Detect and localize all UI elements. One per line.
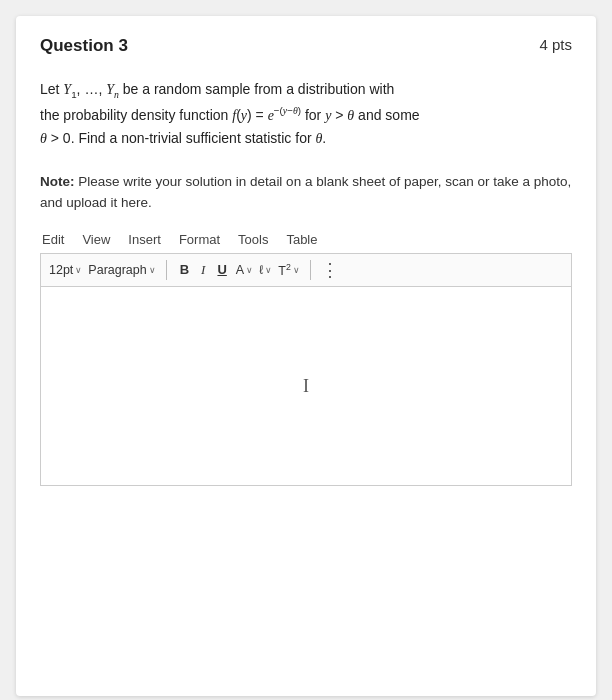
highlight-value: ℓ xyxy=(259,263,263,277)
toolbar-divider-1 xyxy=(166,260,167,280)
superscript-select[interactable]: T2 ∨ xyxy=(278,262,300,278)
note-section: Note: Please write your solution in deta… xyxy=(40,172,572,214)
note-text: Please write your solution in detail on … xyxy=(40,174,571,210)
menu-edit[interactable]: Edit xyxy=(42,232,64,247)
menu-format[interactable]: Format xyxy=(179,232,220,247)
menu-insert[interactable]: Insert xyxy=(128,232,161,247)
paragraph-value: Paragraph xyxy=(88,263,146,277)
question-line1: Let Y1, …, Yn be a random sample from a … xyxy=(40,81,394,97)
superscript-value: T2 xyxy=(278,262,291,278)
font-color-caret: ∨ xyxy=(246,265,253,275)
italic-button[interactable]: I xyxy=(198,261,208,279)
superscript-caret: ∨ xyxy=(293,265,300,275)
font-color-select[interactable]: A ∨ xyxy=(236,263,253,277)
font-size-caret: ∨ xyxy=(75,265,82,275)
highlight-select[interactable]: ℓ ∨ xyxy=(259,263,272,277)
highlight-caret: ∨ xyxy=(265,265,272,275)
bold-button[interactable]: B xyxy=(177,261,192,278)
question-body: Let Y1, …, Yn be a random sample from a … xyxy=(40,78,572,150)
underline-button[interactable]: U xyxy=(214,261,229,278)
more-options-button[interactable]: ⋮ xyxy=(321,259,340,281)
paragraph-caret: ∨ xyxy=(149,265,156,275)
question-title: Question 3 xyxy=(40,36,128,56)
menu-table[interactable]: Table xyxy=(286,232,317,247)
paragraph-select[interactable]: Paragraph ∨ xyxy=(88,263,155,277)
menu-view[interactable]: View xyxy=(82,232,110,247)
editor-toolbar: 12pt ∨ Paragraph ∨ B I U A ∨ ℓ ∨ T2 ∨ ⋮ xyxy=(40,253,572,286)
text-cursor: I xyxy=(303,375,309,396)
page-container: Question 3 4 pts Let Y1, …, Yn be a rand… xyxy=(16,16,596,696)
pts-label: 4 pts xyxy=(539,36,572,53)
toolbar-divider-2 xyxy=(310,260,311,280)
font-size-value: 12pt xyxy=(49,263,73,277)
question-line2: the probability density function f(y) = … xyxy=(40,107,420,123)
question-header: Question 3 4 pts xyxy=(40,36,572,56)
font-size-select[interactable]: 12pt ∨ xyxy=(49,263,82,277)
question-line3: θ > 0. Find a non-trivial sufficient sta… xyxy=(40,130,326,146)
font-color-value: A xyxy=(236,263,244,277)
menu-tools[interactable]: Tools xyxy=(238,232,268,247)
editor-menu: Edit View Insert Format Tools Table xyxy=(40,232,572,247)
note-label: Note: xyxy=(40,174,75,189)
editor-content-area[interactable]: I xyxy=(40,286,572,486)
